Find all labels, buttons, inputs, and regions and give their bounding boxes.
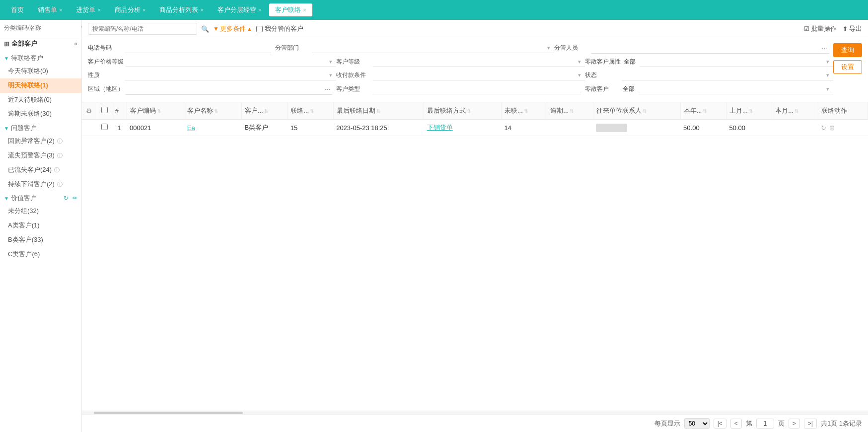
sidebar-item-a-class[interactable]: A类客户(1) (0, 218, 81, 233)
query-button[interactable]: 查询 (833, 43, 862, 57)
close-icon[interactable]: × (59, 7, 62, 13)
search-input[interactable] (88, 23, 197, 35)
refresh-value-icon[interactable]: ↻ (64, 195, 69, 202)
row-name-cell[interactable]: Ea (184, 120, 242, 136)
sidebar-item-declining[interactable]: 持续下滑客户(2) ⓘ (0, 177, 81, 192)
retail-attr-select[interactable] (640, 57, 833, 67)
sidebar-item-today[interactable]: 今天待联络(0) (0, 64, 81, 78)
price-grade-label: 客户价格等级 (88, 58, 124, 66)
nav-home[interactable]: 首页 (5, 3, 30, 16)
col-contacts-header[interactable]: 联络... ⇅ (288, 102, 333, 120)
sidebar-item-c-class[interactable]: C类客户(6) (0, 247, 81, 262)
row-checkbox[interactable] (101, 124, 108, 130)
row-checkbox-cell[interactable] (97, 120, 112, 136)
grid-action-icon[interactable]: ⊞ (829, 124, 835, 132)
more-conditions-button[interactable]: ▼ 更多条件 ▲ (213, 24, 252, 33)
nav-goods-analysis[interactable]: 商品分析 × (109, 3, 151, 16)
sidebar-item-ungrouped[interactable]: 未分组(32) (0, 204, 81, 218)
cust-grade-select[interactable] (373, 57, 584, 67)
row-num-cell: 1 (112, 120, 127, 136)
settings-button[interactable]: 设置 (833, 60, 862, 74)
row-last-method-cell[interactable]: 下销货单 (424, 120, 502, 136)
refresh-action-icon[interactable]: ↻ (821, 124, 826, 132)
person-label: 分管人员 (554, 44, 589, 52)
retail-cust-select[interactable] (639, 84, 833, 94)
sidebar-item-churn-warning[interactable]: 流失预警客户(3) ⓘ (0, 148, 81, 163)
chevron-left-icon: « (74, 40, 77, 47)
filter-row-1: 电话号码 分管部门 ▾ 分管人员 (88, 42, 829, 54)
ellipsis-icon[interactable]: ··· (821, 44, 827, 52)
filter-cell-price-grade: 客户价格等级 ▾ (88, 57, 332, 67)
close-icon[interactable]: × (97, 7, 100, 13)
customer-name-link[interactable]: Ea (187, 124, 195, 132)
col-settings-header[interactable]: ⚙ (82, 102, 97, 120)
close-icon[interactable]: × (200, 7, 203, 13)
status-select[interactable] (622, 70, 833, 80)
nav-sales[interactable]: 销售单 × (32, 3, 68, 16)
sidebar-item-tomorrow[interactable]: 明天待联络(1) (0, 78, 81, 93)
sidebar-item-overdue-contact[interactable]: 逾期未联络(30) (0, 107, 81, 121)
first-page-button[interactable]: |< (714, 419, 726, 429)
edit-value-icon[interactable]: ✏ (72, 195, 77, 202)
sort-icon: ⇅ (310, 108, 314, 114)
export-button[interactable]: ⬆ 导出 (843, 24, 862, 33)
scrollbar-thumb[interactable] (94, 412, 243, 414)
filter-cell-nature: 性质 ▾ (88, 70, 332, 80)
col-this-year-header[interactable]: 本年... ⇅ (680, 102, 726, 120)
row-this-month-cell (772, 120, 818, 136)
col-name-header[interactable]: 客户名称 ⇅ (184, 102, 242, 120)
next-page-button[interactable]: > (789, 419, 800, 429)
sidebar-search-input[interactable] (4, 24, 78, 31)
nav-customer-tier[interactable]: 客户分层经营 × (212, 3, 267, 16)
dept-select[interactable] (312, 43, 554, 53)
page-unit-label: 页 (778, 419, 785, 428)
nav-goods-analysis-list[interactable]: 商品分析列表 × (153, 3, 209, 16)
col-not-contacted-header[interactable]: 未联... ⇅ (502, 102, 547, 120)
page-label: 第 (746, 419, 752, 428)
nature-select[interactable] (125, 70, 336, 80)
col-this-month-header[interactable]: 本月... ⇅ (772, 102, 818, 120)
col-overdue-header[interactable]: 逾期... ⇅ (547, 102, 593, 120)
sidebar-item-abnormal[interactable]: 回购异常客户(2) ⓘ (0, 134, 81, 148)
filter-row-4: 区域（地区） ··· 客户类型 零散客户 全部 (88, 83, 829, 95)
scrollbar-area[interactable] (82, 411, 868, 415)
last-page-button[interactable]: >| (804, 419, 817, 429)
sort-icon: ⇅ (703, 108, 707, 114)
sidebar-item-churned[interactable]: 已流失客户(24) ⓘ (0, 163, 81, 177)
phone-input[interactable] (125, 43, 271, 53)
col-code-header[interactable]: 客户编码 ⇅ (127, 102, 184, 120)
select-all-checkbox[interactable] (101, 107, 108, 113)
col-checkbox-header[interactable] (97, 102, 112, 120)
price-grade-select[interactable] (126, 57, 336, 67)
sidebar-item-b-class[interactable]: B类客户(33) (0, 233, 81, 247)
filter-cell-cust-type: 客户类型 (336, 84, 580, 94)
nature-label: 性质 (88, 71, 123, 79)
last-method-link[interactable]: 下销货单 (427, 124, 453, 131)
col-last-month-header[interactable]: 上月... ⇅ (726, 102, 772, 120)
col-last-date-header[interactable]: 最后联络日期 ⇅ (333, 102, 424, 120)
nav-purchase[interactable]: 进货单 × (70, 3, 106, 16)
page-input[interactable] (756, 419, 774, 429)
close-icon[interactable]: × (303, 7, 306, 13)
col-unit-contact-header[interactable]: 往来单位联系人 ⇅ (593, 102, 680, 120)
prev-page-button[interactable]: < (730, 419, 742, 429)
filter-row-2: 客户价格等级 ▾ 客户等级 ▾ (88, 57, 829, 67)
filter-row-3: 性质 ▾ 收付款条件 ▾ (88, 70, 829, 80)
col-last-method-header[interactable]: 最后联络方式 ⇅ (424, 102, 502, 120)
search-icon[interactable]: 🔍 (201, 25, 209, 33)
payment-select[interactable] (373, 70, 584, 80)
col-type-header[interactable]: 客户... ⇅ (241, 102, 287, 120)
col-num-header: # (112, 102, 127, 120)
close-icon[interactable]: × (258, 7, 261, 13)
nav-customer-contact[interactable]: 客户联络 × (269, 3, 312, 16)
cust-type-input[interactable] (373, 84, 580, 94)
per-page-select[interactable]: 50 100 200 (684, 418, 710, 429)
sidebar-item-7days[interactable]: 近7天待联络(0) (0, 93, 81, 107)
sidebar-all-customers[interactable]: ⊞ 全部客户 « (0, 36, 81, 51)
close-icon[interactable]: × (143, 7, 145, 13)
footer-pagination: 每页显示 50 100 200 |< < 第 页 > >| 共1页 1条记录 (82, 415, 868, 432)
batch-ops-button[interactable]: ☑ 批量操作 (804, 24, 837, 33)
my-customers-checkbox[interactable]: 我分管的客户 (256, 24, 303, 33)
settings-col-icon[interactable]: ⚙ (86, 107, 92, 115)
ellipsis-icon[interactable]: ··· (325, 85, 331, 93)
